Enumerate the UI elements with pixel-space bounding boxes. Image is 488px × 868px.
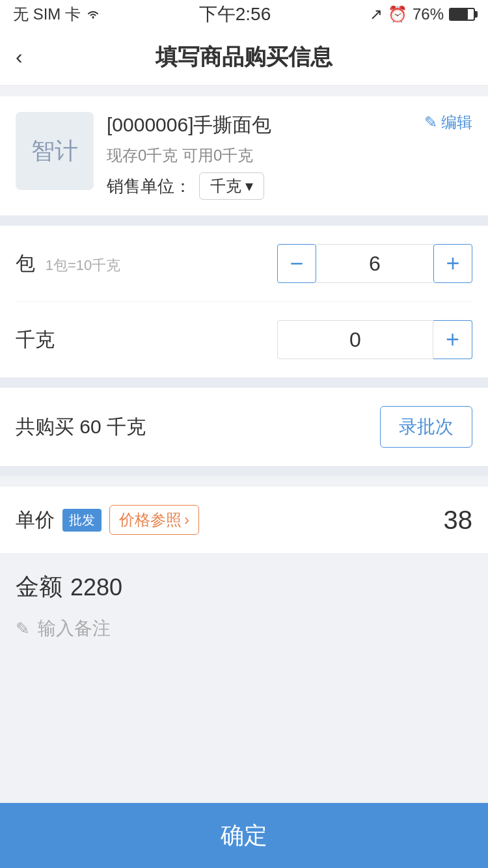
bao-increase-button[interactable]: +	[433, 244, 472, 283]
total-text: 共购买 60 千克	[16, 414, 146, 441]
price-value: 38	[444, 506, 473, 535]
pencil-icon: ✎	[16, 619, 30, 639]
sim-status: 无 SIM 卡	[13, 4, 81, 25]
bao-label-group: 包 1包=10千克	[16, 251, 120, 277]
total-section: 共购买 60 千克 录批次	[0, 388, 488, 466]
product-image: 智计	[16, 112, 94, 190]
qianke-label: 千克	[16, 329, 55, 350]
unit-dropdown-icon: ▾	[245, 177, 253, 195]
price-ref-label: 价格参照	[119, 509, 182, 530]
alarm-icon: ⏰	[388, 5, 407, 23]
qianke-label-group: 千克	[16, 327, 55, 353]
product-unit-row: 销售单位： 千克 ▾	[107, 172, 472, 200]
bao-quantity-control: − +	[277, 244, 472, 283]
bao-row: 包 1包=10千克 − +	[16, 226, 472, 302]
price-ref-button[interactable]: 价格参照 ›	[109, 505, 199, 535]
unit-label: 销售单位：	[107, 175, 191, 198]
svg-point-0	[92, 17, 94, 19]
qianke-row: 千克 +	[16, 302, 472, 377]
status-right: ↗ ⏰ 76%	[370, 5, 475, 23]
amount-section: 金额 2280 ✎ 输入备注	[0, 553, 488, 659]
remark-placeholder: 输入备注	[38, 616, 111, 641]
remark-row[interactable]: ✎ 输入备注	[16, 616, 472, 659]
status-time: 下午2:56	[199, 2, 271, 27]
confirm-bar[interactable]: 确定	[0, 803, 488, 868]
qianke-increase-button[interactable]: +	[433, 320, 472, 359]
status-left: 无 SIM 卡	[13, 4, 100, 25]
bao-label: 包	[16, 252, 35, 274]
product-card: 智计 [0000006]手撕面包 现存0千克 可用0千克 销售单位： 千克 ▾ …	[0, 96, 488, 215]
section-divider-2	[0, 377, 488, 388]
section-divider-3	[0, 466, 488, 476]
amount-value: 2280	[70, 574, 122, 601]
edit-label: 编辑	[441, 112, 472, 133]
price-ref-arrow: ›	[184, 511, 189, 529]
back-button[interactable]: ‹	[16, 45, 23, 69]
unit-value: 千克	[210, 176, 241, 197]
price-left: 单价 批发 价格参照 ›	[16, 505, 199, 535]
nav-bar: ‹ 填写商品购买信息	[0, 29, 488, 86]
bao-decrease-button[interactable]: −	[277, 244, 316, 283]
product-name: [0000006]手撕面包	[107, 112, 472, 139]
wifi-icon	[86, 5, 100, 23]
battery-percentage: 76%	[413, 5, 444, 23]
unit-select[interactable]: 千克 ▾	[199, 172, 264, 200]
qianke-input[interactable]	[277, 320, 433, 359]
edit-icon: ✎	[424, 113, 437, 131]
product-logo: 智计	[31, 135, 78, 167]
price-label: 单价	[16, 507, 55, 534]
edit-button[interactable]: ✎ 编辑	[424, 112, 472, 133]
battery-icon	[449, 8, 475, 21]
confirm-label: 确定	[221, 820, 267, 852]
page-title: 填写商品购买信息	[156, 42, 332, 72]
product-info: [0000006]手撕面包 现存0千克 可用0千克 销售单位： 千克 ▾	[107, 112, 472, 200]
price-section: 单价 批发 价格参照 › 38	[0, 487, 488, 553]
amount-label: 金额	[16, 571, 62, 603]
qianke-quantity-control: +	[277, 320, 472, 359]
section-divider-1	[0, 215, 488, 226]
location-icon: ↗	[370, 5, 383, 23]
batch-button[interactable]: 录批次	[380, 406, 472, 448]
status-bar: 无 SIM 卡 下午2:56 ↗ ⏰ 76%	[0, 0, 488, 29]
price-badge: 批发	[62, 509, 102, 532]
quantity-section: 包 1包=10千克 − + 千克 +	[0, 226, 488, 377]
amount-row: 金额 2280	[16, 571, 472, 603]
bao-hint: 1包=10千克	[46, 257, 121, 273]
bao-input[interactable]	[316, 244, 433, 283]
product-stock: 现存0千克 可用0千克	[107, 145, 472, 166]
